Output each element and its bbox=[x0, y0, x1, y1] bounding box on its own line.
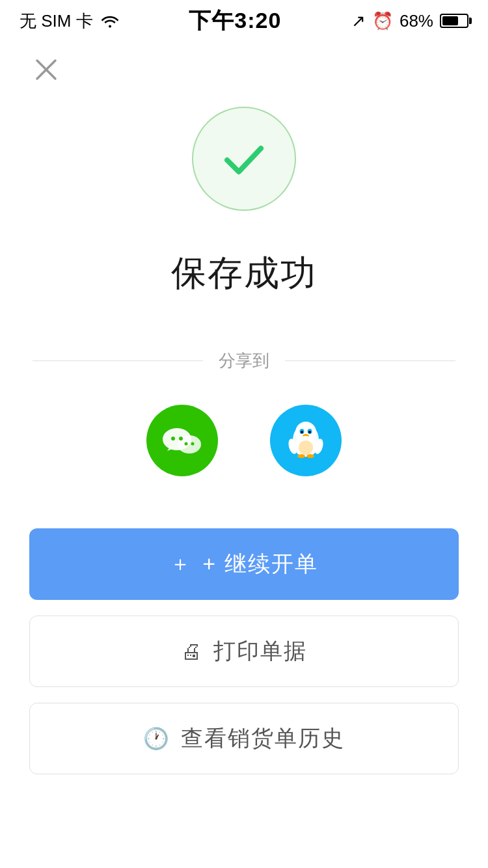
svg-point-12 bbox=[301, 431, 303, 433]
main-content: 保存成功 分享到 bbox=[0, 42, 488, 774]
close-icon bbox=[34, 58, 58, 81]
history-label: 查看销货单历史 bbox=[181, 724, 345, 753]
share-divider: 分享到 bbox=[0, 349, 488, 372]
continue-label: + 继续开单 bbox=[202, 549, 318, 579]
carrier-label: 无 SIM 卡 bbox=[20, 10, 93, 33]
location-icon: ↗ bbox=[351, 11, 366, 31]
success-title: 保存成功 bbox=[171, 250, 317, 297]
print-button[interactable]: 🖨 打印单据 bbox=[29, 616, 459, 687]
battery-fill bbox=[442, 16, 458, 25]
history-button[interactable]: 🕐 查看销货单历史 bbox=[29, 703, 459, 774]
status-left: 无 SIM 卡 bbox=[20, 10, 119, 33]
divider-line-left bbox=[33, 360, 203, 361]
svg-point-5 bbox=[179, 437, 183, 441]
share-button-qq[interactable] bbox=[270, 405, 342, 476]
status-bar: 无 SIM 卡 下午3:20 ↗ ⏰ 68% bbox=[0, 0, 488, 42]
action-buttons: ＋ + 继续开单 🖨 打印单据 🕐 查看销货单历史 bbox=[29, 528, 459, 774]
svg-point-17 bbox=[297, 454, 305, 458]
svg-point-13 bbox=[308, 431, 311, 433]
alarm-icon: ⏰ bbox=[372, 11, 393, 31]
history-icon: 🕐 bbox=[143, 726, 170, 751]
battery-percent: 68% bbox=[400, 11, 433, 31]
share-label: 分享到 bbox=[203, 349, 285, 372]
checkmark-icon bbox=[218, 133, 270, 185]
share-icons bbox=[146, 405, 342, 476]
print-icon: 🖨 bbox=[181, 640, 203, 664]
status-time: 下午3:20 bbox=[189, 6, 281, 36]
wechat-icon bbox=[161, 421, 204, 460]
svg-point-6 bbox=[185, 442, 188, 446]
print-label: 打印单据 bbox=[213, 636, 307, 666]
close-button[interactable] bbox=[30, 53, 62, 86]
svg-point-7 bbox=[191, 442, 195, 446]
svg-point-16 bbox=[299, 441, 313, 455]
svg-point-4 bbox=[171, 437, 175, 441]
share-section: 分享到 bbox=[0, 349, 488, 476]
svg-point-18 bbox=[306, 454, 314, 458]
status-right: ↗ ⏰ 68% bbox=[351, 11, 468, 31]
continue-icon: ＋ bbox=[170, 550, 192, 578]
wifi-icon bbox=[101, 14, 119, 28]
battery-icon bbox=[440, 14, 468, 28]
success-circle bbox=[192, 107, 296, 211]
share-button-wechat[interactable] bbox=[146, 405, 218, 476]
qq-icon bbox=[286, 419, 325, 462]
divider-line-right bbox=[285, 360, 455, 361]
continue-button[interactable]: ＋ + 继续开单 bbox=[29, 528, 459, 600]
battery-icon-container bbox=[440, 14, 468, 28]
